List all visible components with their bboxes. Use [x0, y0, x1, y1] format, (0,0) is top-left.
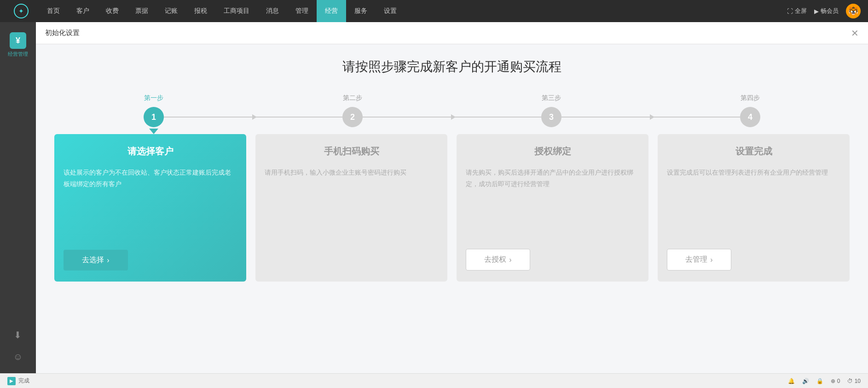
page-title: 初始化设置 [45, 29, 80, 37]
sidebar: ¥ 经营管理 ⬇ ☺ [0, 22, 36, 373]
step-2-label: 第二步 [343, 94, 362, 102]
close-button[interactable]: ✕ [851, 29, 859, 38]
nav-item-client[interactable]: 客户 [68, 0, 98, 22]
card-3-title: 授权绑定 [466, 145, 639, 158]
nav-item-charge[interactable]: 收费 [98, 0, 127, 22]
step-card-2: 手机扫码购买 请用手机扫码，输入小微企业主账号密码进行购买 [255, 134, 447, 282]
content-body: 请按照步骤完成新客户的开通购买流程 第一步 1 [36, 44, 868, 373]
go-authorize-label: 去授权 [484, 255, 506, 265]
nav-item-business[interactable]: 工商项目 [215, 0, 258, 22]
card-4-desc: 设置完成后可以在管理列表进行所有企业用户的经营管理 [667, 167, 840, 240]
step-4-label: 第四步 [741, 94, 760, 102]
page-heading: 请按照步骤完成新客户的开通购买流程 [54, 58, 850, 76]
go-select-button[interactable]: 去选择 › [64, 250, 128, 270]
play-button[interactable]: ▶ [7, 377, 16, 385]
content-area: 初始化设置 ✕ 请按照步骤完成新客户的开通购买流程 第一步 1 [36, 22, 868, 373]
fullscreen-icon: ⛶ [787, 8, 793, 15]
nav-items: 首页 客户 收费 票据 记账 报税 工商项目 消息 管理 经营 服务 设置 [39, 0, 787, 22]
lock-icon[interactable]: 🔒 [816, 378, 823, 384]
step-3-header: 第三步 3 [452, 94, 651, 134]
nav-item-settings[interactable]: 设置 [376, 0, 405, 22]
card-1-btn-area: 去选择 › [64, 241, 237, 270]
nav-item-bookkeeping[interactable]: 记账 [156, 0, 186, 22]
vip-btn[interactable]: ▶ 畅会员 [814, 7, 839, 15]
volume-icon[interactable]: 🔊 [802, 378, 809, 384]
step-1-header: 第一步 1 [54, 94, 253, 134]
card-2-desc: 请用手机扫码，输入小微企业主账号密码进行购买 [265, 167, 438, 270]
go-manage-button[interactable]: 去管理 › [667, 249, 731, 270]
step-3-label: 第三步 [542, 94, 561, 102]
nav-item-manage[interactable]: 管理 [287, 0, 317, 22]
operation-icon: ¥ [10, 32, 26, 49]
status-bar-right: 🔔 🔊 🔒 ⊕ 0 ⏱ 10 [788, 378, 861, 384]
go-select-label: 去选择 [82, 255, 104, 265]
step-2-header: 第二步 2 [253, 94, 452, 134]
fullscreen-label: 全屏 [795, 7, 807, 15]
sidebar-item-label: 经营管理 [8, 51, 28, 58]
sidebar-bottom: ⬇ ☺ [10, 326, 26, 373]
vip-icon: ▶ [814, 8, 819, 15]
top-nav: ✦ 首页 客户 收费 票据 记账 报税 工商项目 消息 管理 经营 服务 设置 … [0, 0, 868, 22]
support-icon[interactable]: ☺ [10, 348, 26, 366]
steps-section: 第一步 1 第二步 [54, 94, 850, 282]
go-manage-label: 去管理 [685, 255, 707, 265]
step-card-1: 请选择客户 该处展示的客户为不在回收站、客户状态正常建账后完成老板端绑定的所有客… [54, 134, 246, 282]
nav-logo: ✦ [7, 4, 35, 18]
step-1-pointer [149, 129, 158, 134]
step-2-circle: 2 [342, 107, 363, 127]
vip-label: 畅会员 [821, 7, 839, 15]
step-3-circle: 3 [541, 107, 561, 127]
status-bar: ▶ 完成 🔔 🔊 🔒 ⊕ 0 ⏱ 10 [0, 373, 868, 388]
step-4-circle: 4 [740, 107, 760, 127]
content-header: 初始化设置 ✕ [36, 22, 868, 44]
card-2-title: 手机扫码购买 [265, 145, 438, 158]
card-3-desc: 请先购买，购买后选择开通的产品中的企业用户进行授权绑定，成功后即可进行经营管理 [466, 167, 639, 240]
user-avatar[interactable]: 🐯 [846, 4, 861, 18]
nav-item-message[interactable]: 消息 [258, 0, 287, 22]
nav-item-operation[interactable]: 经营 [317, 0, 346, 22]
go-select-arrow: › [107, 256, 109, 265]
network-status: ⊕ 0 [831, 378, 840, 384]
steps-row: 第一步 1 第二步 [54, 94, 850, 134]
card-1-desc: 该处展示的客户为不在回收站、客户状态正常建账后完成老板端绑定的所有客户 [64, 167, 237, 241]
main-layout: ¥ 经营管理 ⬇ ☺ 初始化设置 ✕ 请按照步骤完成新客户的开通购买流程 [0, 22, 868, 373]
sidebar-item-operation[interactable]: ¥ 经营管理 [0, 27, 36, 63]
nav-item-tax[interactable]: 报税 [186, 0, 215, 22]
nav-right: ⛶ 全屏 ▶ 畅会员 🐯 [787, 4, 861, 18]
nav-item-invoice[interactable]: 票据 [127, 0, 156, 22]
status-text: 完成 [18, 377, 29, 385]
card-3-btn-area: 去授权 › [466, 240, 639, 270]
card-1-title: 请选择客户 [64, 145, 237, 158]
step-4-header: 第四步 4 [651, 94, 850, 134]
step-1-connector [164, 117, 253, 118]
card-4-title: 设置完成 [667, 145, 840, 158]
logo-icon: ✦ [14, 4, 29, 18]
step-1-circle: 1 [144, 107, 164, 127]
notification-icon[interactable]: 🔔 [788, 378, 795, 384]
go-authorize-button[interactable]: 去授权 › [466, 249, 530, 270]
nav-item-home[interactable]: 首页 [39, 0, 68, 22]
download-icon[interactable]: ⬇ [10, 326, 25, 344]
nav-item-service[interactable]: 服务 [346, 0, 376, 22]
go-authorize-arrow: › [509, 256, 511, 264]
cards-row: 请选择客户 该处展示的客户为不在回收站、客户状态正常建账后完成老板端绑定的所有客… [54, 134, 850, 282]
card-4-btn-area: 去管理 › [667, 240, 840, 270]
go-manage-arrow: › [710, 256, 712, 264]
time-display: ⏱ 10 [847, 378, 861, 384]
step-card-4: 设置完成 设置完成后可以在管理列表进行所有企业用户的经营管理 去管理 › [658, 134, 850, 282]
status-bar-left: ▶ 完成 [7, 377, 29, 385]
step-card-3: 授权绑定 请先购买，购买后选择开通的产品中的企业用户进行授权绑定，成功后即可进行… [457, 134, 648, 282]
fullscreen-btn[interactable]: ⛶ 全屏 [787, 7, 807, 15]
step-1-label: 第一步 [144, 94, 163, 102]
